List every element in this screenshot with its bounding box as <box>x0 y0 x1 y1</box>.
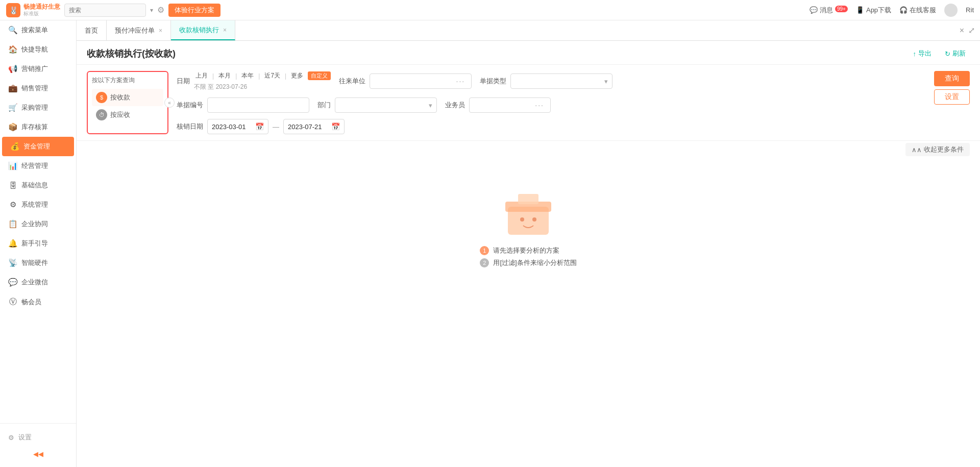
filter-row-1: 日期 上月 | 本月 | 本年 | <box>177 71 928 91</box>
sidebar-item-system[interactable]: ⚙ 系统管理 <box>0 195 76 214</box>
filter-field-salesperson: 业务员 ··· <box>445 97 551 113</box>
doctype-select[interactable]: ▾ <box>510 73 612 89</box>
user-avatar <box>944 4 958 17</box>
main-layout: 🔍 搜索菜单 🏠 快捷导航 📢 营销推广 💼 销售管理 🛒 采购管理 📦 库存核… <box>0 20 980 467</box>
sidebar-bottom: ⚙ 设置 ◀◀ <box>0 423 76 467</box>
filter-settings-button[interactable]: 设置 <box>934 89 970 105</box>
tab-writeoff-close[interactable]: × <box>223 27 227 34</box>
sidebar-item-hardware[interactable]: 📡 智能硬件 <box>0 253 76 273</box>
filter-form: 日期 上月 | 本月 | 本年 | <box>177 71 928 134</box>
tab-writeoff[interactable]: 收款核销执行 × <box>171 20 235 40</box>
writeoff-date-label: 核销日期 <box>177 122 203 131</box>
refresh-button[interactable]: ↻ 刷新 <box>941 47 970 60</box>
calendar-end-icon: 📅 <box>331 122 340 131</box>
sidebar-item-purchase[interactable]: 🛒 采购管理 <box>0 98 76 117</box>
sidebar-item-inventory[interactable]: 📦 库存核算 <box>0 117 76 137</box>
marketing-icon: 📢 <box>8 64 17 73</box>
topbar-search-input[interactable] <box>64 4 146 17</box>
tab-home[interactable]: 首页 <box>77 20 107 40</box>
date-custom-badge: 自定义 <box>308 71 331 80</box>
wechat-icon: 💬 <box>8 278 17 287</box>
collapse-more-button[interactable]: ∧∧ 收起更多条件 <box>905 143 970 156</box>
svg-point-4 <box>532 217 536 222</box>
docnum-input[interactable] <box>207 97 309 113</box>
tab-expand-icon[interactable]: ⤢ <box>968 26 975 35</box>
tab-close-all-icon[interactable]: × <box>960 26 964 35</box>
logo-icon: 🐰 <box>6 3 20 17</box>
export-icon: ↑ <box>913 50 917 58</box>
date-shortcut-7days[interactable]: 近7天 <box>263 71 282 81</box>
writeoff-date-start[interactable]: 2023-03-01 📅 <box>207 119 268 134</box>
filter-option-by-receipt[interactable]: $ 按收款 <box>92 89 163 106</box>
customer-service-button[interactable]: 🎧 在线客服 <box>899 6 936 15</box>
partner-select[interactable]: ··· <box>370 73 472 89</box>
writeoff-date-input: 2023-03-01 📅 — 2023-07-21 📅 <box>207 119 345 134</box>
export-button[interactable]: ↑ 导出 <box>909 47 936 60</box>
sidebar-item-sales[interactable]: 💼 销售管理 <box>0 79 76 98</box>
date-shortcut-this-year[interactable]: 本年 <box>240 71 255 81</box>
filter-selector-title: 按以下方案查询 <box>92 76 163 85</box>
collapse-more-icon: ∧∧ <box>912 146 922 154</box>
sidebar-item-collab[interactable]: 📋 企业协同 <box>0 214 76 234</box>
writeoff-date-end[interactable]: 2023-07-21 📅 <box>283 119 345 134</box>
system-icon: ⚙ <box>8 200 17 209</box>
sidebar-item-search[interactable]: 🔍 搜索菜单 <box>0 20 76 40</box>
user-name: Rit <box>966 6 974 14</box>
content-area: 首页 预付冲应付单 × 收款核销执行 × × ⤢ 收款核销执行(按收款) <box>77 20 980 467</box>
query-actions: 查询 设置 <box>934 71 970 134</box>
sidebar-item-marketing[interactable]: 📢 营销推广 <box>0 59 76 79</box>
tab-spacer <box>235 20 954 40</box>
sidebar-item-member[interactable]: Ⓥ 畅会员 <box>0 292 76 312</box>
filter-option-by-receivable[interactable]: ⏱ 按应收 <box>92 106 163 124</box>
department-select[interactable]: ▾ <box>335 97 437 113</box>
page-body: 收款核销执行(按收款) ↑ 导出 ↻ 刷新 <box>77 41 980 467</box>
empty-illustration <box>498 189 559 240</box>
sidebar-collapse-button[interactable]: ◀◀ <box>0 446 76 462</box>
date-shortcut-this-month[interactable]: 本月 <box>217 71 232 81</box>
messages-button[interactable]: 💬 消息 99+ <box>810 6 848 15</box>
sidebar-item-basic-info[interactable]: 🗄 基础信息 <box>0 176 76 195</box>
doctype-dropdown-icon: ▾ <box>604 78 608 85</box>
empty-state: 1 请先选择要分析的方案 2 用[过滤]条件来缩小分析范围 <box>77 158 980 298</box>
docnum-label: 单据编号 <box>177 101 203 110</box>
dropdown-icon[interactable]: ▾ <box>150 7 153 14</box>
sidebar-item-quicknav[interactable]: 🏠 快捷导航 <box>0 40 76 59</box>
filter-field-doctype: 单据类型 ▾ <box>480 73 612 89</box>
sales-icon: 💼 <box>8 84 17 93</box>
salesperson-label: 业务员 <box>445 101 465 110</box>
purchase-icon: 🛒 <box>8 103 17 112</box>
message-badge: 99+ <box>835 6 848 12</box>
date-no-limit: 不限 至 2023-07-26 <box>194 83 331 91</box>
sidebar-item-guide[interactable]: 🔔 新手引导 <box>0 234 76 253</box>
app-download-button[interactable]: 📱 App下载 <box>856 6 891 15</box>
calendar-start-icon: 📅 <box>255 122 264 131</box>
filter-field-department: 部门 ▾ <box>317 97 437 113</box>
trial-button[interactable]: 体验行业方案 <box>168 4 220 17</box>
date-shortcut-more[interactable]: 更多 <box>289 71 305 81</box>
basic-info-icon: 🗄 <box>8 181 17 190</box>
sidebar-settings-button[interactable]: ⚙ 设置 <box>0 429 76 446</box>
sidebar: 🔍 搜索菜单 🏠 快捷导航 📢 营销推广 💼 销售管理 🛒 采购管理 📦 库存核… <box>0 20 77 467</box>
filter-field-docnum: 单据编号 <box>177 97 309 113</box>
date-shortcut-last-month[interactable]: 上月 <box>194 71 209 81</box>
collapse-more-bar: ∧∧ 收起更多条件 <box>77 140 980 158</box>
tab-bar: 首页 预付冲应付单 × 收款核销执行 × × ⤢ <box>77 20 980 41</box>
message-icon: 💬 <box>810 6 818 14</box>
tab-prepay[interactable]: 预付冲应付单 × <box>107 20 171 40</box>
refresh-icon: ↻ <box>945 50 950 58</box>
page-title: 收款核销执行(按收款) <box>87 47 176 60</box>
topbar-right: 💬 消息 99+ 📱 App下载 🎧 在线客服 Rit <box>810 4 974 17</box>
doctype-label: 单据类型 <box>480 77 506 86</box>
sidebar-item-wechat[interactable]: 💬 企业微信 <box>0 273 76 292</box>
filter-selector-collapse-button[interactable]: « <box>164 97 175 108</box>
tab-prepay-close[interactable]: × <box>159 27 162 34</box>
logo-text: 畅捷通好生意 标准版 <box>23 3 60 16</box>
query-button[interactable]: 查询 <box>934 71 970 86</box>
page-content: 收款核销执行(按收款) ↑ 导出 ↻ 刷新 <box>77 41 980 467</box>
department-dropdown-icon: ▾ <box>429 102 432 109</box>
gear-icon[interactable]: ⚙ <box>157 5 164 15</box>
guide-icon: 🔔 <box>8 239 17 248</box>
sidebar-item-finance[interactable]: 💰 资金管理 <box>2 137 74 156</box>
sidebar-item-operations[interactable]: 📊 经营管理 <box>0 156 76 176</box>
salesperson-select[interactable]: ··· <box>469 97 551 113</box>
